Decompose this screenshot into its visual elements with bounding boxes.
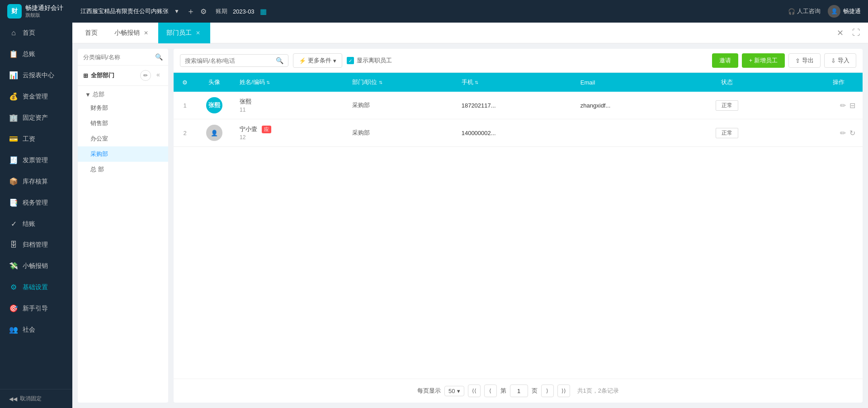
dept-collapse-btn[interactable]: « [154, 70, 163, 79]
guide-icon: 🎯 [9, 304, 18, 313]
home-icon: ⌂ [9, 29, 18, 37]
employee-name-cell: 宁小壹 应 12 [232, 119, 345, 147]
ledger-icon: 📋 [9, 50, 18, 58]
name-code-block: 张熙 11 [240, 98, 338, 113]
sidebar: ⌂ 首页 📋 总账 📊 云报表中心 💰 资金管理 🏢 固定资产 💳 工资 🧾 发… [0, 23, 72, 408]
tab-home[interactable]: 首页 [77, 23, 106, 43]
status-badge: 正常 [716, 100, 738, 111]
invite-button[interactable]: 邀请 [712, 53, 738, 68]
col-settings[interactable]: ⚙ [174, 73, 196, 92]
pin-icon: ◀◀ [9, 396, 17, 402]
settings-icon[interactable]: ⚙ [200, 7, 207, 16]
tab-expand[interactable]: ⛶ [850, 27, 863, 39]
sidebar-item-tax[interactable]: 📑 税务管理 [0, 192, 72, 213]
assets-icon: 🏢 [9, 113, 18, 122]
sidebar-item-label: 新手引导 [23, 305, 48, 313]
sidebar-item-guide[interactable]: 🎯 新手引导 [0, 298, 72, 319]
pending-badge: 应 [262, 126, 271, 133]
sidebar-item-closing[interactable]: ✓ 结账 [0, 213, 72, 234]
edit-icon[interactable]: ✏ [840, 101, 846, 110]
col-status: 状态 [682, 73, 772, 92]
sidebar-item-reports[interactable]: 📊 云报表中心 [0, 65, 72, 86]
tab-expense-close[interactable]: ✕ [142, 29, 150, 37]
sidebar-item-archive[interactable]: 🗄 归档管理 [0, 234, 72, 255]
col-phone[interactable]: 手机 ⇅ [454, 73, 573, 92]
sidebar-item-label: 资金管理 [23, 93, 48, 101]
dept-item-hq[interactable]: 总 部 [78, 162, 168, 177]
sidebar-item-expense[interactable]: 💸 小畅报销 [0, 255, 72, 277]
employee-phone: 140000002... [454, 119, 573, 147]
sidebar-item-settings[interactable]: ⚙ 基础设置 [0, 277, 72, 298]
employee-name-cell: 张熙 11 [232, 92, 345, 119]
col-dept[interactable]: 部门/职位 ⇅ [345, 73, 454, 92]
filter-button[interactable]: ⚡ 更多条件 ▾ [293, 53, 342, 68]
employee-dept: 采购部 [345, 92, 454, 119]
export-button[interactable]: ⇧ 导出 [788, 53, 821, 68]
filter-arrow: ▾ [333, 57, 336, 64]
add-emp-button[interactable]: + 新增员工 [742, 53, 785, 68]
tab-close-window[interactable]: ✕ [834, 27, 846, 39]
sidebar-item-payroll[interactable]: 💳 工资 [0, 128, 72, 150]
dept-group-header[interactable]: ▼ 总部 [78, 89, 168, 100]
refresh-icon[interactable]: ↻ [849, 129, 855, 137]
logout-icon[interactable]: ⊟ [849, 101, 855, 110]
per-page-value: 50 [448, 388, 455, 394]
emp-search-icon[interactable]: 🔍 [276, 57, 283, 64]
add-company-button[interactable]: ＋ [187, 6, 195, 17]
logo-icon: 财 [7, 4, 22, 19]
row-number: 2 [174, 119, 196, 147]
sidebar-item-ledger[interactable]: 📋 总账 [0, 43, 72, 65]
next-page-icon: ⟩ [546, 388, 548, 394]
status-badge: 正常 [716, 128, 738, 138]
emp-search-input[interactable] [185, 57, 273, 64]
tab-employees-close[interactable]: ✕ [194, 29, 202, 37]
toolbar-right: 邀请 + 新增员工 ⇧ 导出 ⇩ 导入 [712, 53, 856, 68]
first-page-button[interactable]: ⟨⟨ [468, 385, 481, 397]
tab-expense[interactable]: 小畅报销 ✕ [106, 23, 158, 43]
sidebar-item-home[interactable]: ⌂ 首页 [0, 23, 72, 43]
edit-icon[interactable]: ✏ [840, 129, 846, 137]
sidebar-item-social[interactable]: 👥 社会 [0, 319, 72, 340]
next-page-button[interactable]: ⟩ [541, 385, 554, 397]
dept-item-purchase[interactable]: 采购部 [78, 146, 168, 162]
all-dept-label[interactable]: ⊞ 全部部门 [83, 71, 114, 80]
support-label: 人工咨询 [797, 7, 821, 15]
table-header-row: ⚙ 头像 姓名/编码 ⇅ 部门/职位 ⇅ 手机 ⇅ Email 状态 操作 [174, 73, 863, 92]
import-icon: ⇩ [831, 57, 836, 64]
company-dropdown[interactable]: ▼ [174, 8, 179, 14]
tab-employees[interactable]: 部门员工 ✕ [158, 23, 210, 43]
import-button[interactable]: ⇩ 导入 [824, 53, 856, 68]
dept-item-finance[interactable]: 财务部 [78, 100, 168, 116]
col-name[interactable]: 姓名/编码 ⇅ [232, 73, 345, 92]
employee-email [573, 119, 682, 147]
sidebar-item-inventory[interactable]: 📦 库存核算 [0, 171, 72, 192]
sidebar-item-assets[interactable]: 🏢 固定资产 [0, 107, 72, 128]
sidebar-item-label: 发票管理 [23, 156, 48, 164]
sidebar-item-invoice[interactable]: 🧾 发票管理 [0, 150, 72, 171]
unpin-button[interactable]: ◀◀ 取消固定 [0, 389, 72, 408]
dept-search-icon[interactable]: 🔍 [155, 53, 163, 61]
user-area[interactable]: 👤 畅捷通 [828, 5, 861, 18]
page-content: 🔍 ⊞ 全部部门 ✏ « ▼ 总部 [72, 43, 868, 408]
dept-item-office[interactable]: 办公室 [78, 131, 168, 146]
dept-search-input[interactable] [83, 54, 152, 61]
col-action: 操作 [772, 73, 863, 92]
calendar-icon[interactable]: ▦ [260, 7, 267, 16]
avatar-circle: 张熙 [206, 97, 222, 113]
period-label: 账期 [216, 7, 227, 15]
sidebar-item-funds[interactable]: 💰 资金管理 [0, 86, 72, 107]
col-email: Email [573, 73, 682, 92]
tabs-right: ✕ ⛶ [834, 27, 868, 39]
tab-home-label: 首页 [85, 29, 98, 37]
page-number-input[interactable] [510, 385, 528, 397]
last-page-button[interactable]: ⟩⟩ [557, 385, 570, 397]
per-page-select[interactable]: 50 ▾ [444, 386, 464, 396]
dept-item-label: 总 部 [90, 166, 104, 173]
show-resigned-toggle[interactable]: ✓ 显示离职员工 [347, 56, 392, 65]
dept-edit-btn[interactable]: ✏ [140, 70, 151, 81]
inventory-icon: 📦 [9, 177, 18, 186]
support-button[interactable]: 🎧 人工咨询 [788, 7, 821, 15]
prev-page-button[interactable]: ⟨ [484, 385, 497, 397]
dept-item-sales[interactable]: 销售部 [78, 116, 168, 131]
filter-label: 更多条件 [308, 56, 331, 65]
